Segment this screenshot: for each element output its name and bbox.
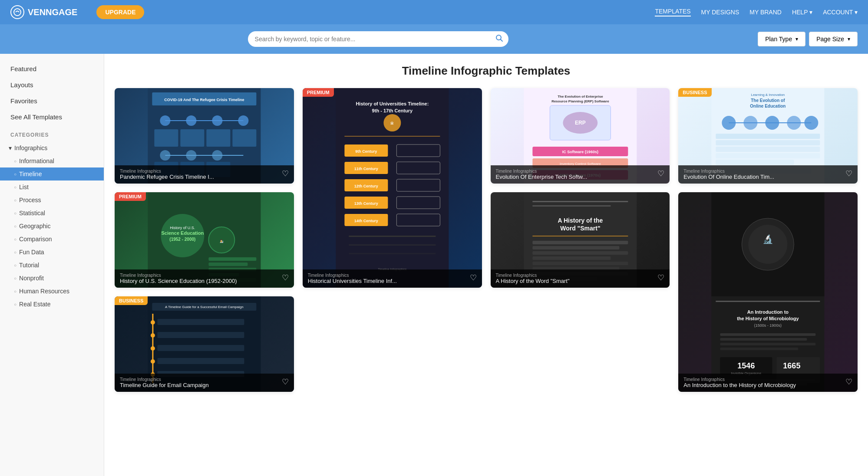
sidebar-item-geographic[interactable]: ○ Geographic (0, 220, 104, 233)
page-size-filter[interactable]: Page Size (809, 32, 858, 46)
search-area: Plan Type Page Size (0, 24, 868, 54)
logo[interactable]: VENNGAGE (10, 5, 77, 19)
main-layout: Featured Layouts Favorites See All Templ… (0, 54, 868, 476)
template-card-5[interactable]: PREMIUM History of U.S. Science Educatio… (115, 192, 294, 288)
svg-rect-110 (720, 333, 816, 336)
svg-text:History of U.S.: History of U.S. (170, 226, 195, 230)
sidebar-item-layouts[interactable]: Layouts (0, 77, 104, 93)
dot-icon: ○ (14, 185, 17, 190)
template-footer-5: Timeline Infographics History of U.S. Sc… (115, 269, 294, 288)
svg-rect-93 (532, 241, 628, 244)
template-card-4[interactable]: BUSINESS Learning & Innovation The Evolu… (678, 88, 858, 184)
svg-point-125 (151, 320, 155, 325)
favorite-button-4[interactable]: ♡ (845, 169, 852, 178)
sidebar-item-nonprofit[interactable]: ○ Nonprofit (0, 272, 104, 285)
svg-rect-112 (720, 343, 816, 345)
svg-rect-130 (157, 345, 244, 351)
template-title-7: An Introduction to the History of Microb… (683, 382, 852, 388)
dot-icon: ○ (14, 302, 17, 307)
template-footer-7: Timeline Infographics An Introduction to… (678, 374, 858, 392)
svg-point-104 (749, 225, 788, 264)
svg-rect-13 (206, 129, 230, 147)
dot-icon: ○ (14, 250, 17, 255)
svg-rect-69 (716, 134, 820, 139)
svg-text:1665: 1665 (783, 361, 801, 370)
sidebar-item-infographics[interactable]: ▾ Infographics (0, 141, 104, 154)
template-title-1: Pandemic Refugee Crisis Timeline I... (120, 174, 289, 180)
template-badge-5: PREMIUM (115, 192, 146, 201)
template-title-2: Historical Universities Timeline Inf... (308, 278, 477, 284)
template-category-4: Timeline Infographics (683, 169, 852, 174)
search-container (248, 31, 508, 47)
sidebar-item-see-all[interactable]: See All Templates (0, 109, 104, 125)
svg-point-131 (151, 359, 155, 364)
svg-rect-73 (716, 160, 794, 165)
template-footer-8: Timeline Infographics Timeline Guide for… (115, 374, 294, 392)
svg-text:🔬: 🔬 (762, 234, 773, 244)
template-title-8: Timeline Guide for Email Campaign (120, 382, 289, 388)
template-title-4: Evolution Of Online Education Tim... (683, 174, 852, 180)
sidebar-item-featured[interactable]: Featured (0, 61, 104, 77)
template-category-7: Timeline Infographics (683, 377, 852, 382)
upgrade-button[interactable]: UPGRADE (96, 5, 144, 19)
nav-my-brand[interactable]: MY BRAND (749, 9, 782, 16)
favorite-button-7[interactable]: ♡ (845, 377, 852, 387)
sidebar-item-fun-data[interactable]: ○ Fun Data (0, 246, 104, 259)
sidebar-item-process[interactable]: ○ Process (0, 194, 104, 207)
svg-text:12th Century: 12th Century (354, 184, 378, 188)
svg-text:IC Software (1960s): IC Software (1960s) (562, 150, 598, 154)
template-card-3[interactable]: The Evolution of Enterprise Resource Pla… (491, 88, 670, 184)
favorite-button-2[interactable]: ♡ (470, 273, 477, 282)
sidebar-item-informational[interactable]: ○ Informational (0, 154, 104, 167)
plan-type-filter[interactable]: Plan Type (758, 32, 805, 46)
template-footer-6: Timeline Infographics A History of the W… (491, 269, 670, 288)
nav-templates[interactable]: TEMPLATES (655, 8, 690, 16)
svg-rect-88 (532, 201, 628, 202)
template-card-1[interactable]: COVID-19 And The Refugee Crisis Timeline (115, 88, 294, 184)
sidebar-item-tutorial[interactable]: ○ Tutorial (0, 259, 104, 272)
favorite-button-3[interactable]: ♡ (657, 169, 664, 178)
search-input[interactable] (248, 31, 508, 47)
sidebar-item-timeline[interactable]: ○ Timeline (0, 167, 104, 181)
sidebar-item-favorites[interactable]: Favorites (0, 93, 104, 109)
template-title-6: A History of the Word "Smart" (496, 278, 665, 284)
nav-help[interactable]: HELP ▾ (792, 9, 812, 16)
svg-text:The Evolution of Enterprise: The Evolution of Enterprise (558, 95, 603, 98)
nav-account[interactable]: ACCOUNT ▾ (823, 9, 858, 16)
dot-icon: ○ (14, 159, 17, 164)
svg-rect-132 (157, 358, 244, 364)
svg-rect-113 (720, 348, 799, 350)
favorite-button-1[interactable]: ♡ (282, 169, 289, 178)
svg-rect-14 (232, 129, 256, 147)
sidebar-item-statistical[interactable]: ○ Statistical (0, 207, 104, 220)
template-card-7[interactable]: 🔬 An Introduction to the History of Micr… (678, 192, 858, 392)
nav-my-designs[interactable]: MY DESIGNS (701, 9, 739, 16)
svg-point-0 (14, 9, 21, 16)
dot-icon: ○ (14, 237, 17, 242)
sidebar: Featured Layouts Favorites See All Templ… (0, 54, 104, 476)
svg-rect-71 (716, 147, 820, 152)
template-card-6[interactable]: A History of the Word "Smart" Ti (491, 192, 670, 288)
favorite-button-5[interactable]: ♡ (282, 273, 289, 282)
svg-text:9th Century: 9th Century (355, 149, 377, 154)
svg-text:9th - 17th Century: 9th - 17th Century (372, 108, 413, 113)
svg-rect-95 (532, 251, 628, 255)
svg-text:History of Universities Timeli: History of Universities Timeline: (356, 101, 429, 106)
svg-rect-96 (532, 256, 611, 260)
template-card-2[interactable]: PREMIUM History of Universities Timeline… (303, 88, 482, 288)
sidebar-item-list[interactable]: ○ List (0, 181, 104, 194)
search-button[interactable] (495, 34, 503, 44)
favorite-button-8[interactable]: ♡ (282, 377, 289, 387)
sidebar-item-human-resources[interactable]: ○ Human Resources (0, 285, 104, 298)
templates-grid: COVID-19 And The Refugee Crisis Timeline (115, 88, 858, 392)
svg-rect-44 (349, 244, 436, 246)
svg-rect-82 (208, 257, 256, 261)
svg-text:1546: 1546 (738, 361, 755, 370)
svg-rect-11 (154, 129, 178, 147)
template-card-8[interactable]: BUSINESS A Timeline Guide for a Successf… (115, 296, 294, 392)
sidebar-item-real-estate[interactable]: ○ Real Estate (0, 298, 104, 311)
sidebar-item-comparison[interactable]: ○ Comparison (0, 233, 104, 246)
svg-point-76 (161, 214, 204, 257)
favorite-button-6[interactable]: ♡ (657, 273, 664, 282)
svg-text:An Introduction to: An Introduction to (747, 309, 789, 315)
